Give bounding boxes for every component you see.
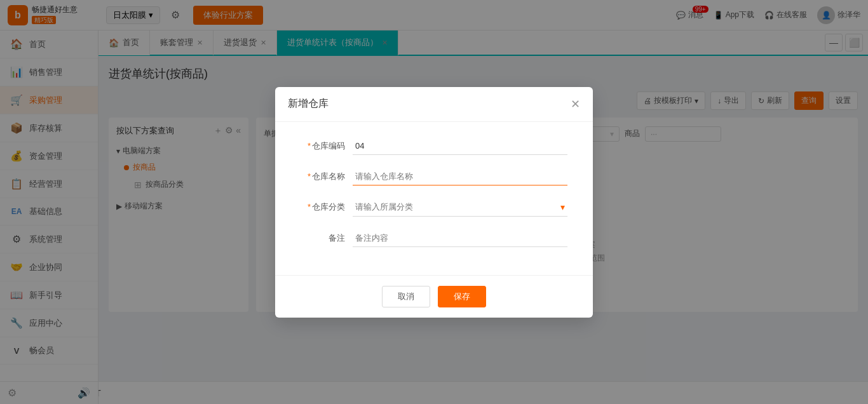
new-warehouse-modal: 新增仓库 ✕ 仓库编码 仓库名称 仓库分类 ▾ bbox=[275, 87, 593, 318]
modal-header: 新增仓库 ✕ bbox=[275, 87, 593, 122]
form-row-code: 仓库编码 bbox=[301, 137, 567, 155]
category-dropdown-icon: ▾ bbox=[560, 202, 565, 212]
modal-overlay[interactable]: 新增仓库 ✕ 仓库编码 仓库名称 仓库分类 ▾ bbox=[0, 0, 868, 404]
form-row-remark: 备注 bbox=[301, 229, 567, 247]
modal-close-button[interactable]: ✕ bbox=[571, 97, 580, 111]
name-label: 仓库名称 bbox=[301, 171, 345, 182]
category-select[interactable]: ▾ bbox=[353, 198, 567, 217]
category-label: 仓库分类 bbox=[301, 201, 345, 213]
remark-input[interactable] bbox=[353, 229, 567, 247]
cancel-button[interactable]: 取消 bbox=[382, 286, 430, 307]
form-row-name: 仓库名称 bbox=[301, 168, 567, 185]
category-input[interactable] bbox=[355, 202, 560, 212]
name-input[interactable] bbox=[353, 168, 567, 185]
remark-label: 备注 bbox=[301, 232, 345, 244]
form-row-category: 仓库分类 ▾ bbox=[301, 198, 567, 217]
code-input[interactable] bbox=[353, 137, 567, 155]
modal-title: 新增仓库 bbox=[288, 97, 329, 111]
code-label: 仓库编码 bbox=[301, 140, 345, 152]
modal-footer: 取消 保存 bbox=[275, 275, 593, 318]
save-button[interactable]: 保存 bbox=[438, 286, 486, 307]
modal-body: 仓库编码 仓库名称 仓库分类 ▾ 备注 bbox=[275, 122, 593, 275]
